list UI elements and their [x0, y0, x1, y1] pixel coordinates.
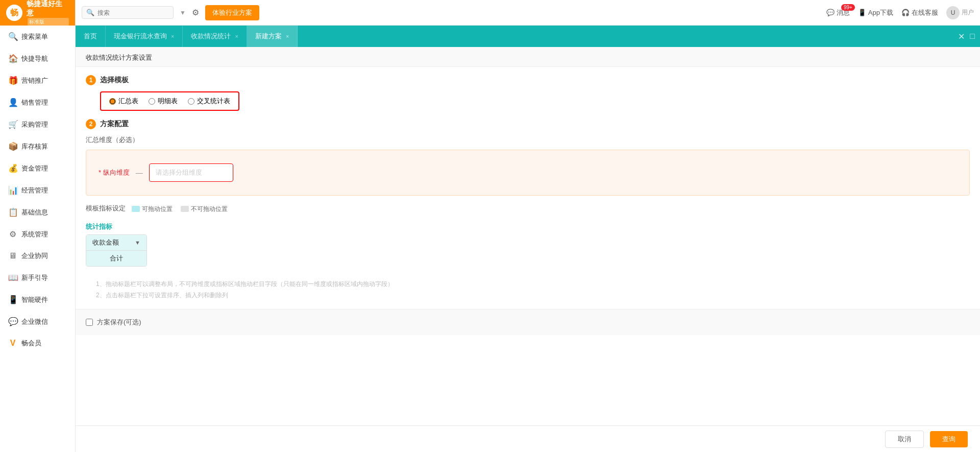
sidebar-item-finance[interactable]: 💰 资金管理 [0, 157, 75, 179]
metrics-table-header[interactable]: 收款金额 ▼ [86, 235, 146, 251]
logo-text: 畅捷通好生意 [27, 0, 69, 18]
user-avatar: U [946, 6, 960, 19]
sidebar-item-system[interactable]: ⚙ 系统管理 [0, 223, 75, 245]
page-wrapper: 收款情况统计方案设置 1 选择模板 汇总表 明细表 [76, 47, 980, 425]
step2-section: 2 方案配置 汇总维度（必选） * 纵向维度 — 请选择分组维度 [76, 119, 980, 309]
online-service-btn[interactable]: 🎧 在线客服 [901, 8, 938, 17]
radio-cross-label: 交叉统计表 [197, 97, 230, 106]
save-checkbox[interactable] [86, 319, 93, 326]
sidebar-item-member[interactable]: V 畅会员 [0, 332, 75, 354]
search-icon: 🔍 [8, 32, 17, 41]
sidebar-item-enterprise-wechat[interactable]: 💬 企业微信 [0, 311, 75, 332]
bottom-bar: 取消 查询 [76, 425, 980, 452]
industry-btn[interactable]: 体验行业方案 [205, 5, 259, 20]
main-area: 🔍 ▼ ⚙ 体验行业方案 💬 消息 99+ 📱 App下载 🎧 在线客服 U 用… [76, 0, 980, 452]
step1-number: 1 [86, 75, 96, 85]
sidebar-item-smart-hardware[interactable]: 📱 智能硬件 [0, 289, 75, 311]
radio-detail-label: 明细表 [158, 97, 178, 106]
user-name: 用户 [962, 8, 974, 17]
radio-summary-input[interactable] [109, 98, 116, 105]
radio-cross[interactable]: 交叉统计表 [188, 97, 230, 106]
sidebar-item-sales[interactable]: 👤 销售管理 [0, 91, 75, 113]
tab-bar: 首页 现金银行流水查询 × 收款情况统计 × 新建方案 × ✕ □ [76, 26, 980, 47]
tip-1: 1、拖动标题栏可以调整布局，不可跨维度或指标区域拖动栏目字段（只能在同一维度或指… [96, 279, 960, 290]
save-label: 方案保存(可选) [97, 318, 141, 327]
step2-label: 2 方案配置 [86, 119, 970, 129]
sidebar: 畅 畅捷通好生意 标准版 🔍 搜索菜单 🏠 快捷导航 🎁 营销推广 👤 销售管理… [0, 0, 76, 452]
chat-icon: 💬 [8, 317, 17, 326]
query-button[interactable]: 查询 [930, 431, 968, 447]
sidebar-logo: 畅 畅捷通好生意 标准版 [0, 0, 75, 26]
arrow-icon: — [136, 169, 143, 177]
tab-bank-flow[interactable]: 现金银行流水查询 × [106, 26, 183, 47]
sidebar-nav: 🔍 搜索菜单 🏠 快捷导航 🎁 营销推广 👤 销售管理 🛒 采购管理 📦 库存核… [0, 26, 75, 452]
vertical-dimension-row: * 纵向维度 — 请选择分组维度 [99, 163, 233, 182]
user-menu[interactable]: U 用户 [946, 6, 974, 19]
search-icon: 🔍 [86, 9, 94, 16]
logo-icon: 畅 [6, 5, 22, 21]
radio-summary-label: 汇总表 [118, 97, 138, 106]
metrics-title: 模板指标设定 [86, 204, 126, 213]
app-download-label: App下载 [868, 8, 893, 17]
vertical-dimension-label: * 纵向维度 [99, 168, 130, 177]
radio-detail-input[interactable] [149, 98, 155, 105]
metrics-chevron-icon[interactable]: ▼ [135, 240, 140, 246]
sidebar-item-label: 基础信息 [21, 208, 48, 217]
search-box[interactable]: 🔍 [82, 6, 174, 19]
step2-number: 2 [86, 119, 96, 129]
tips-section: 1、拖动标题栏可以调整布局，不可跨维度或指标区域拖动栏目字段（只能在同一维度或指… [86, 279, 970, 301]
radio-detail[interactable]: 明细表 [149, 97, 178, 106]
metrics-total-row: 合计 [86, 251, 146, 266]
home-icon: 🏠 [8, 54, 17, 63]
sidebar-item-basic-info[interactable]: 📋 基础信息 [0, 201, 75, 223]
draggable-color [132, 206, 140, 212]
radio-summary[interactable]: 汇总表 [109, 97, 138, 106]
dimension-select[interactable]: 请选择分组维度 [149, 163, 233, 182]
sidebar-item-label: 企业微信 [21, 317, 48, 326]
member-icon: V [8, 339, 17, 348]
step1-label: 1 选择模板 [86, 75, 970, 85]
app-download-btn[interactable]: 📱 App下载 [858, 8, 893, 17]
sidebar-item-purchase[interactable]: 🛒 采购管理 [0, 113, 75, 135]
page-header-title: 收款情况统计方案设置 [86, 54, 152, 61]
search-input[interactable] [97, 9, 159, 16]
cancel-button[interactable]: 取消 [885, 431, 924, 448]
sidebar-item-label: 销售管理 [21, 98, 48, 107]
sidebar-item-label: 畅会员 [21, 339, 41, 348]
sidebar-item-enterprise-collab[interactable]: 🖥 企业协同 [0, 245, 75, 267]
tab-window-actions: ✕ □ [953, 26, 980, 47]
gear-icon[interactable]: ⚙ [192, 8, 199, 17]
tab-collection-stats-close[interactable]: × [235, 33, 238, 39]
metrics-column-header: 收款金额 [92, 238, 119, 247]
chevron-down-icon[interactable]: ▼ [180, 9, 186, 16]
sidebar-item-inventory[interactable]: 📦 库存核算 [0, 135, 75, 157]
notification-btn[interactable]: 💬 消息 99+ [826, 8, 850, 17]
online-service-label: 在线客服 [912, 8, 938, 17]
tab-collection-stats-label: 收款情况统计 [191, 32, 231, 41]
sidebar-item-quick-nav[interactable]: 🏠 快捷导航 [0, 47, 75, 69]
tab-bank-flow-close[interactable]: × [171, 33, 174, 39]
step2-title: 方案配置 [100, 120, 129, 129]
notification-badge: 99+ [841, 4, 855, 11]
sidebar-item-operations[interactable]: 📊 经营管理 [0, 179, 75, 201]
legend-fixed: 不可拖动位置 [181, 205, 228, 213]
sidebar-item-newcomer[interactable]: 📖 新手引导 [0, 267, 75, 289]
dimension-placeholder: 请选择分组维度 [156, 169, 202, 176]
window-maximize-icon[interactable]: □ [970, 32, 975, 41]
sidebar-item-marketing[interactable]: 🎁 营销推广 [0, 69, 75, 91]
page-header: 收款情况统计方案设置 [76, 47, 980, 67]
window-close-icon[interactable]: ✕ [958, 32, 965, 41]
sidebar-item-label: 系统管理 [21, 230, 48, 239]
topbar-actions: 💬 消息 99+ 📱 App下载 🎧 在线客服 U 用户 [826, 6, 974, 19]
monitor-icon: 🖥 [8, 251, 17, 260]
sidebar-item-label: 快捷导航 [21, 54, 48, 63]
sidebar-item-label: 新手引导 [21, 273, 48, 282]
sidebar-item-label: 营销推广 [21, 76, 48, 85]
tab-new-plan[interactable]: 新建方案 × [247, 26, 298, 47]
tab-new-plan-close[interactable]: × [286, 33, 289, 39]
dimension-subtitle: 汇总维度（必选） [86, 135, 970, 145]
radio-cross-input[interactable] [188, 98, 194, 105]
tab-collection-stats[interactable]: 收款情况统计 × [183, 26, 247, 47]
sidebar-item-search-menu[interactable]: 🔍 搜索菜单 [0, 26, 75, 47]
tab-home[interactable]: 首页 [76, 26, 106, 47]
